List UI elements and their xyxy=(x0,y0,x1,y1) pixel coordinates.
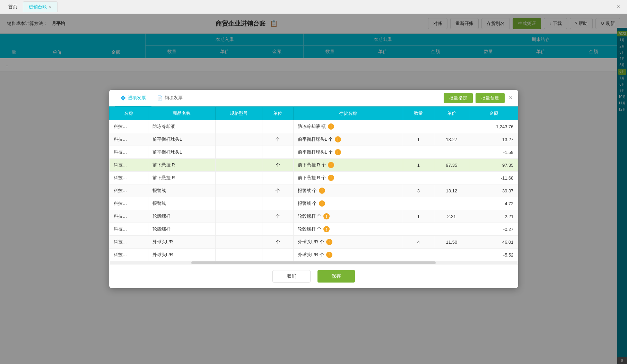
warning-icon: ! xyxy=(335,149,341,155)
modal-header-buttons: 批量指定 批量创建 xyxy=(444,90,505,106)
warning-icon: ! xyxy=(328,175,334,181)
warning-icon: ! xyxy=(319,188,325,194)
table-row: 科技…防冻冷却液防冻冷却液 瓶!-1,243.76 xyxy=(109,120,518,133)
col-header-quantity: 数量 xyxy=(403,107,434,120)
table-row: 科技…前平衡杆球头L前平衡杆球头L 个!-1.59 xyxy=(109,146,518,159)
modal-table-wrapper[interactable]: 名称 商品名称 规格型号 单位 存货名称 数量 单价 金额 科技…防冻冷却液防冻… xyxy=(109,106,518,261)
tab-bar: 首页 进销台账 × × xyxy=(0,0,627,14)
modal-footer: 取消 保存 xyxy=(109,264,518,288)
warning-icon: ! xyxy=(326,239,332,245)
modal-header: 💠 进项发票 📄 销项发票 批量指定 批量创建 × xyxy=(109,90,518,106)
table-row: 科技…轮毂螺杆轮毂螺杆 个!-0.27 xyxy=(109,223,518,236)
table-row: 科技…前下悬挂 R前下悬挂 R 个!-11.68 xyxy=(109,172,518,184)
col-header-spec: 规格型号 xyxy=(215,107,262,120)
invoice-table: 名称 商品名称 规格型号 单位 存货名称 数量 单价 金额 科技…防冻冷却液防冻… xyxy=(109,106,518,261)
warning-icon: ! xyxy=(323,226,330,232)
tab-purchase-sale[interactable]: 进销台账 × xyxy=(23,1,58,12)
tab-sales-invoice[interactable]: 📄 销项发票 xyxy=(151,90,188,106)
warning-icon: ! xyxy=(328,123,334,130)
batch-designate-button[interactable]: 批量指定 xyxy=(444,93,473,103)
table-row: 科技…外球头L/R外球头L/R 个!-5.52 xyxy=(109,249,518,261)
modal-close-button[interactable]: × xyxy=(509,94,513,102)
tab-close-icon[interactable]: × xyxy=(49,5,52,10)
modal-backdrop: 💠 进项发票 📄 销项发票 批量指定 批量创建 × xyxy=(0,14,627,364)
tab-home[interactable]: 首页 xyxy=(3,2,23,12)
table-row: 科技…前平衡杆球头L个前平衡杆球头L 个!113.2713.27 xyxy=(109,133,518,146)
batch-create-button[interactable]: 批量创建 xyxy=(476,93,505,103)
cancel-button[interactable]: 取消 xyxy=(272,270,311,283)
col-header-amount: 金额 xyxy=(469,107,518,120)
col-header-unit-price: 单价 xyxy=(434,107,469,120)
table-row: 科技…报警线个报警线 个!313.1239.37 xyxy=(109,184,518,197)
table-row: 科技…前下悬挂 R个前下悬挂 R 个!197.3597.35 xyxy=(109,159,518,172)
warning-icon: ! xyxy=(328,162,334,168)
tab-purchase-invoice[interactable]: 💠 进项发票 xyxy=(115,90,151,106)
warning-icon: ! xyxy=(326,252,332,258)
purchase-tab-icon: 💠 xyxy=(120,95,126,101)
sales-tab-icon: 📄 xyxy=(157,95,163,101)
main-content: 销售成本计算方法： 月平均 商贸企业进销台账 📋 对账 重新开账 存货别名 生成… xyxy=(0,14,627,364)
col-header-product-name: 商品名称 xyxy=(148,107,216,120)
warning-icon: ! xyxy=(319,200,325,207)
window-close-button[interactable]: × xyxy=(613,2,624,12)
col-header-name: 名称 xyxy=(109,107,148,120)
modal-dialog: 💠 进项发票 📄 销项发票 批量指定 批量创建 × xyxy=(109,90,518,288)
save-button[interactable]: 保存 xyxy=(317,270,355,283)
warning-icon: ! xyxy=(323,213,330,219)
table-row: 科技…轮毂螺杆个轮毂螺杆 个!12.212.21 xyxy=(109,210,518,223)
col-header-inventory-name: 存货名称 xyxy=(293,107,403,120)
table-row: 科技…报警线报警线 个!-4.72 xyxy=(109,197,518,210)
table-row: 科技…外球头L/R个外球头L/R 个!411.5046.01 xyxy=(109,236,518,249)
warning-icon: ! xyxy=(335,136,341,142)
col-header-unit: 单位 xyxy=(262,107,294,120)
